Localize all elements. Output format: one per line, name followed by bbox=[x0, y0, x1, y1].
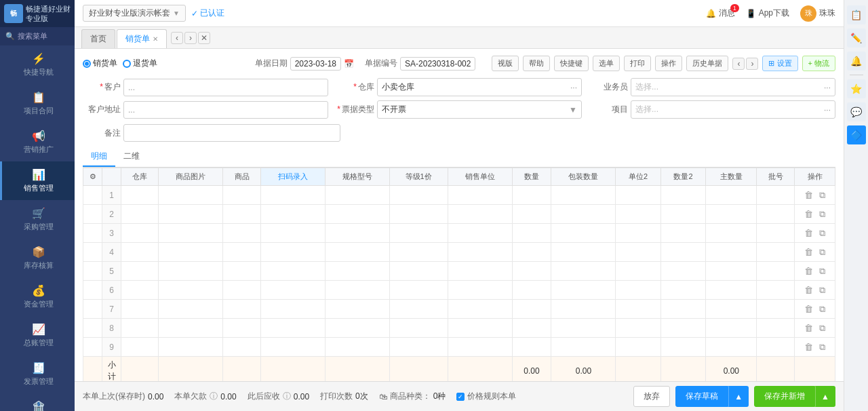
row-main-qty[interactable] bbox=[706, 186, 757, 205]
row-pack-qty[interactable] bbox=[551, 262, 616, 281]
row-scan[interactable] bbox=[260, 205, 325, 224]
row-warehouse[interactable] bbox=[121, 205, 159, 224]
set-btn[interactable]: ⊞ 设置 bbox=[762, 56, 797, 71]
row-product[interactable] bbox=[223, 262, 260, 281]
row-delete-btn[interactable]: 🗑 bbox=[802, 284, 815, 296]
next-tab-btn[interactable]: › bbox=[184, 32, 197, 44]
row-spec[interactable] bbox=[325, 319, 389, 338]
row-copy-btn[interactable]: ⧉ bbox=[817, 322, 827, 334]
row-price[interactable] bbox=[389, 319, 448, 338]
form-next-btn[interactable]: › bbox=[746, 58, 758, 70]
row-qty[interactable] bbox=[512, 281, 551, 300]
row-unit2[interactable] bbox=[616, 300, 660, 319]
row-price[interactable] bbox=[389, 262, 448, 281]
sidebar-item-project[interactable]: 📋 项目合同 bbox=[0, 84, 75, 123]
shortcut-btn[interactable]: 快捷键 bbox=[554, 56, 589, 71]
row-main-qty[interactable] bbox=[706, 243, 757, 262]
row-unit[interactable] bbox=[448, 186, 512, 205]
right-panel-btn-6[interactable]: 🔷 bbox=[847, 125, 866, 144]
row-main-qty[interactable] bbox=[706, 262, 757, 281]
row-delete-btn[interactable]: 🗑 bbox=[802, 341, 815, 353]
row-qty[interactable] bbox=[512, 300, 551, 319]
row-pack-qty[interactable] bbox=[551, 186, 616, 205]
row-image[interactable] bbox=[159, 205, 223, 224]
table-tab-2d[interactable]: 二维 bbox=[115, 147, 148, 167]
row-image[interactable] bbox=[159, 186, 223, 205]
row-unit[interactable] bbox=[448, 281, 512, 300]
history-btn[interactable]: 历史单据 bbox=[686, 56, 728, 71]
calendar-icon[interactable]: 📅 bbox=[344, 59, 354, 68]
row-unit[interactable] bbox=[448, 300, 512, 319]
row-spec[interactable] bbox=[325, 281, 389, 300]
row-product[interactable] bbox=[223, 243, 260, 262]
row-image[interactable] bbox=[159, 262, 223, 281]
select-btn[interactable]: 选单 bbox=[593, 56, 620, 71]
operation-btn[interactable]: 操作 bbox=[655, 56, 682, 71]
row-unit[interactable] bbox=[448, 262, 512, 281]
row-batch[interactable] bbox=[757, 281, 795, 300]
row-copy-btn[interactable]: ⧉ bbox=[817, 189, 827, 201]
row-pack-qty[interactable] bbox=[551, 281, 616, 300]
row-qty[interactable] bbox=[512, 224, 551, 243]
row-warehouse[interactable] bbox=[121, 338, 159, 357]
row-warehouse[interactable] bbox=[121, 319, 159, 338]
row-qty2[interactable] bbox=[660, 243, 705, 262]
row-warehouse[interactable] bbox=[121, 224, 159, 243]
row-delete-btn[interactable]: 🗑 bbox=[802, 303, 815, 315]
row-qty2[interactable] bbox=[660, 224, 705, 243]
tab-sales-order[interactable]: 销货单 ✕ bbox=[117, 29, 167, 48]
project-input[interactable]: 选择... ··· bbox=[631, 100, 835, 119]
row-pack-qty[interactable] bbox=[551, 243, 616, 262]
row-copy-btn[interactable]: ⧉ bbox=[817, 284, 827, 296]
row-product[interactable] bbox=[223, 281, 260, 300]
row-unit2[interactable] bbox=[616, 281, 660, 300]
prev-tab-btn[interactable]: ‹ bbox=[171, 32, 183, 44]
row-main-qty[interactable] bbox=[706, 319, 757, 338]
col-price-th[interactable]: 等级1价 bbox=[389, 168, 448, 186]
col-settings-th[interactable]: ⚙ bbox=[83, 168, 102, 186]
row-main-qty[interactable] bbox=[706, 224, 757, 243]
table-scroll[interactable]: ⚙ 仓库 商品图片 商品 扫码录入 规格型号 等级1价 销售单位 数量 包装数量… bbox=[83, 168, 835, 381]
row-batch[interactable] bbox=[757, 319, 795, 338]
col-pack-qty-th[interactable]: 包装数量 bbox=[551, 168, 616, 186]
col-main-qty-th[interactable]: 主数量 bbox=[706, 168, 757, 186]
row-qty2[interactable] bbox=[660, 281, 705, 300]
form-prev-btn[interactable]: ‹ bbox=[732, 58, 745, 70]
invoice-select[interactable]: 不开票 ▼ bbox=[377, 100, 582, 119]
row-delete-btn[interactable]: 🗑 bbox=[802, 189, 815, 201]
sidebar-item-ledger[interactable]: 📈 总账管理 bbox=[0, 316, 75, 355]
user-btn[interactable]: 珠 珠珠 bbox=[800, 5, 835, 22]
row-spec[interactable] bbox=[325, 300, 389, 319]
row-price[interactable] bbox=[389, 243, 448, 262]
row-warehouse[interactable] bbox=[121, 243, 159, 262]
row-price[interactable] bbox=[389, 281, 448, 300]
row-price[interactable] bbox=[389, 224, 448, 243]
row-scan[interactable] bbox=[260, 338, 325, 357]
row-copy-btn[interactable]: ⧉ bbox=[817, 303, 827, 315]
messages-btn[interactable]: 🔔 消息 1 bbox=[706, 7, 735, 19]
row-scan[interactable] bbox=[260, 281, 325, 300]
col-image-th[interactable]: 商品图片 bbox=[159, 168, 223, 186]
row-pack-qty[interactable] bbox=[551, 338, 616, 357]
col-unit-th[interactable]: 销售单位 bbox=[448, 168, 512, 186]
row-delete-btn[interactable]: 🗑 bbox=[802, 246, 815, 258]
right-panel-btn-2[interactable]: ✏️ bbox=[847, 28, 866, 47]
row-unit2[interactable] bbox=[616, 262, 660, 281]
row-warehouse[interactable] bbox=[121, 300, 159, 319]
row-product[interactable] bbox=[223, 224, 260, 243]
save-new-btn[interactable]: 保存并新增 bbox=[754, 386, 815, 407]
col-product-th[interactable]: 商品 bbox=[223, 168, 260, 186]
row-copy-btn[interactable]: ⧉ bbox=[817, 341, 827, 353]
row-unit[interactable] bbox=[448, 205, 512, 224]
row-unit[interactable] bbox=[448, 243, 512, 262]
row-batch[interactable] bbox=[757, 186, 795, 205]
row-unit2[interactable] bbox=[616, 224, 660, 243]
sidebar-item-purchase[interactable]: 🛒 采购管理 bbox=[0, 200, 75, 239]
save-draft-btn[interactable]: 保存草稿 bbox=[675, 386, 728, 407]
col-spec-th[interactable]: 规格型号 bbox=[325, 168, 389, 186]
row-warehouse[interactable] bbox=[121, 186, 159, 205]
row-scan[interactable] bbox=[260, 224, 325, 243]
row-qty[interactable] bbox=[512, 186, 551, 205]
row-batch[interactable] bbox=[757, 300, 795, 319]
row-copy-btn[interactable]: ⧉ bbox=[817, 227, 827, 239]
